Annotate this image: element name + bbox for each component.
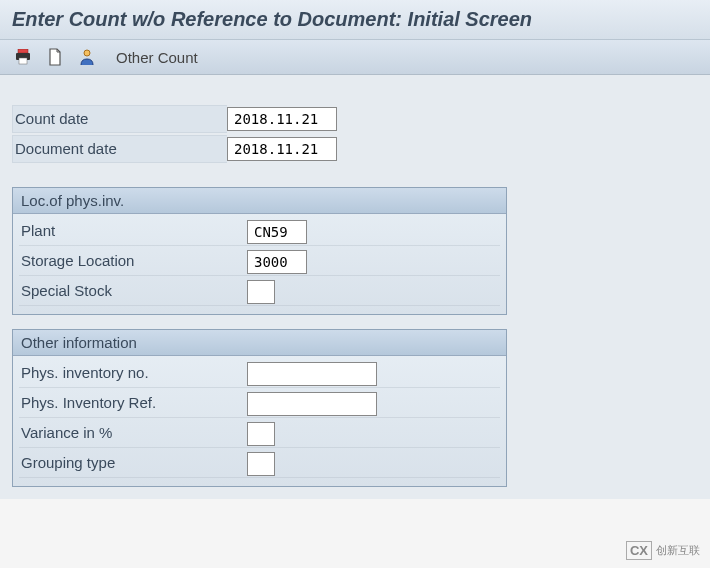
print-icon[interactable] (12, 46, 34, 68)
other-info-body: Phys. inventory no. Phys. Inventory Ref.… (13, 356, 506, 486)
document-date-label: Document date (12, 135, 227, 163)
count-date-row: Count date (12, 105, 698, 133)
special-stock-label: Special Stock (19, 278, 247, 306)
location-group: Loc.of phys.inv. Plant Storage Location … (12, 187, 507, 315)
storage-location-row: Storage Location (19, 248, 500, 276)
watermark-text: 创新互联 (656, 543, 700, 558)
svg-point-3 (84, 50, 90, 56)
grouping-type-input[interactable] (247, 452, 275, 476)
phys-inv-no-label: Phys. inventory no. (19, 360, 247, 388)
user-icon[interactable] (76, 46, 98, 68)
special-stock-input[interactable] (247, 280, 275, 304)
storage-location-label: Storage Location (19, 248, 247, 276)
location-group-header: Loc.of phys.inv. (13, 188, 506, 214)
phys-inv-ref-label: Phys. Inventory Ref. (19, 390, 247, 418)
count-date-label: Count date (12, 105, 227, 133)
grouping-type-row: Grouping type (19, 450, 500, 478)
plant-input[interactable] (247, 220, 307, 244)
location-group-body: Plant Storage Location Special Stock (13, 214, 506, 314)
count-date-input[interactable] (227, 107, 337, 131)
title-bar: Enter Count w/o Reference to Document: I… (0, 0, 710, 40)
document-date-input[interactable] (227, 137, 337, 161)
variance-label: Variance in % (19, 420, 247, 448)
plant-label: Plant (19, 218, 247, 246)
special-stock-row: Special Stock (19, 278, 500, 306)
svg-rect-2 (19, 58, 27, 64)
grouping-type-label: Grouping type (19, 450, 247, 478)
plant-row: Plant (19, 218, 500, 246)
other-count-button[interactable]: Other Count (116, 49, 198, 66)
phys-inv-no-input[interactable] (247, 362, 377, 386)
phys-inv-ref-row: Phys. Inventory Ref. (19, 390, 500, 418)
other-info-group: Other information Phys. inventory no. Ph… (12, 329, 507, 487)
variance-row: Variance in % (19, 420, 500, 448)
other-info-header: Other information (13, 330, 506, 356)
phys-inv-no-row: Phys. inventory no. (19, 360, 500, 388)
watermark-logo: CX (626, 541, 652, 560)
document-date-row: Document date (12, 135, 698, 163)
page-title: Enter Count w/o Reference to Document: I… (12, 8, 698, 31)
toolbar: Other Count (0, 40, 710, 75)
content-area: Count date Document date Loc.of phys.inv… (0, 75, 710, 499)
svg-rect-0 (18, 49, 28, 53)
storage-location-input[interactable] (247, 250, 307, 274)
document-icon[interactable] (44, 46, 66, 68)
watermark: CX 创新互联 (626, 541, 700, 560)
phys-inv-ref-input[interactable] (247, 392, 377, 416)
variance-input[interactable] (247, 422, 275, 446)
